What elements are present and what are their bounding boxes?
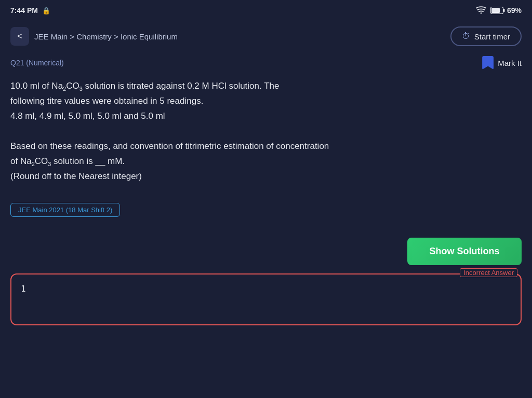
time-label: 7:44 PM (10, 6, 38, 15)
lock-icon: 🔒 (42, 7, 50, 15)
start-timer-label: Start timer (474, 32, 510, 41)
battery-label: 69% (507, 6, 522, 15)
exam-tag[interactable]: JEE Main 2021 (18 Mar Shift 2) (10, 203, 120, 217)
status-right: 69% (476, 6, 522, 16)
mark-it-label: Mark It (498, 59, 522, 67)
tag-row: JEE Main 2021 (18 Mar Shift 2) (0, 193, 532, 222)
svg-rect-3 (503, 9, 505, 12)
battery-icon (490, 7, 505, 14)
start-timer-button[interactable]: ⏱ Start timer (450, 26, 522, 46)
wifi-icon (476, 6, 486, 16)
mark-it-button[interactable]: Mark It (482, 56, 522, 70)
question-line-6: of Na2CO3 solution is __ mM. (10, 154, 522, 169)
breadcrumb: JEE Main > Chemistry > Ionic Equilibrium (34, 32, 178, 41)
incorrect-answer-label: Incorrect Answer (460, 268, 517, 277)
timer-icon: ⏱ (462, 32, 470, 41)
svg-point-0 (481, 12, 482, 14)
question-line-5: Based on these readings, and convention … (10, 139, 522, 154)
svg-rect-2 (491, 8, 500, 13)
question-label: Q21 (Numerical) (10, 59, 64, 67)
question-line-3: 4.8 ml, 4.9 ml, 5.0 ml, 5.0 ml and 5.0 m… (10, 109, 522, 124)
question-line-7: (Round off to the Nearest integer) (10, 169, 522, 184)
nav-bar: < JEE Main > Chemistry > Ionic Equilibri… (0, 21, 532, 52)
solutions-row: Show Solutions (0, 222, 532, 273)
back-button[interactable]: < (10, 27, 29, 46)
question-line-1: 10.0 ml of Na2CO3 solution is titrated a… (10, 79, 522, 94)
battery-area: 69% (490, 6, 522, 15)
nav-left: < JEE Main > Chemistry > Ionic Equilibri… (10, 27, 178, 46)
status-left: 7:44 PM 🔒 (10, 6, 50, 15)
question-content: 10.0 ml of Na2CO3 solution is titrated a… (0, 74, 532, 193)
question-line-2: following titre values were obtained in … (10, 94, 522, 109)
question-header: Q21 (Numerical) Mark It (0, 52, 532, 74)
answer-area: Incorrect Answer 1 (0, 273, 532, 327)
bookmark-icon (482, 56, 494, 70)
show-solutions-button[interactable]: Show Solutions (407, 238, 522, 265)
answer-input[interactable]: 1 (10, 273, 522, 325)
status-bar: 7:44 PM 🔒 69% (0, 0, 532, 21)
